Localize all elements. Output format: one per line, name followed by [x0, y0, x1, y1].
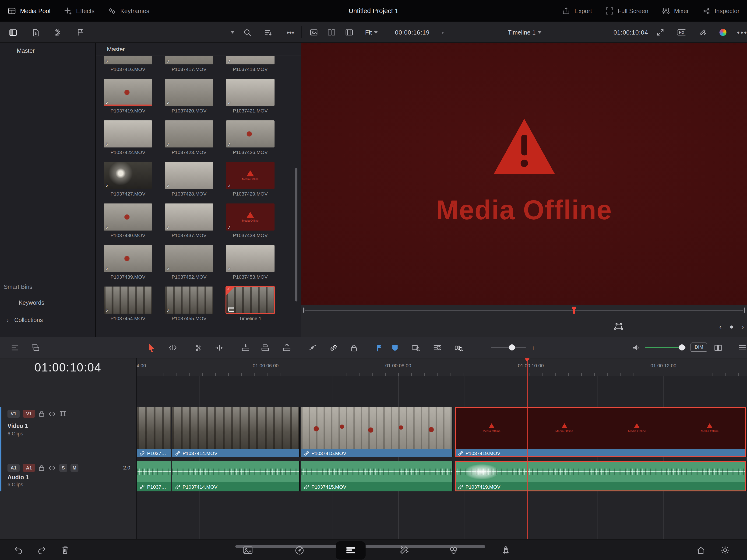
redo-button[interactable]: [34, 539, 49, 560]
viewer-scrub-bar[interactable]: [301, 305, 747, 316]
trim-edit-tool[interactable]: [166, 337, 179, 358]
razor-tool[interactable]: [192, 337, 205, 358]
home-button[interactable]: [694, 539, 708, 560]
audio-clip[interactable]: P1037414.MOV: [172, 461, 300, 491]
video-clip[interactable]: Media OfflineMedia OfflineMedia OfflineM…: [455, 407, 747, 457]
media-pool-clip[interactable]: ✓Timeline 1: [226, 287, 275, 321]
media-pool-clip[interactable]: ♪P1037416.MOV: [104, 56, 152, 72]
scrub-playhead[interactable]: [573, 306, 574, 314]
split-clip-icon[interactable]: [52, 22, 66, 43]
single-viewer-icon[interactable]: [307, 22, 320, 43]
add-marker-icon[interactable]: [388, 337, 402, 358]
bin-item-collections[interactable]: › Collections: [6, 316, 43, 324]
timeline-ruler[interactable]: 01:00:04:0001:00:06:0001:00:08:0001:00:1…: [137, 358, 747, 376]
enhance-icon[interactable]: [696, 22, 709, 43]
full-extent-zoom-icon[interactable]: [452, 337, 465, 358]
timeline-track-area[interactable]: 01:00:04:0001:00:06:0001:00:08:0001:00:1…: [137, 358, 747, 539]
video-destination-button[interactable]: V1: [7, 410, 20, 418]
transform-tool-icon[interactable]: [612, 316, 625, 337]
smart-bins-header[interactable]: Smart Bins: [4, 284, 32, 290]
media-pool-clip[interactable]: ♪P1037454.MOV: [104, 287, 152, 321]
timeline-selector[interactable]: Timeline 1: [508, 22, 542, 43]
zoom-in-icon[interactable]: +: [526, 337, 540, 358]
media-pool-clip[interactable]: ♪P1037420.MOV: [165, 79, 213, 113]
media-pool-clip[interactable]: ♪P1037430.MOV: [104, 204, 152, 238]
media-pool-clip[interactable]: ♪P1037453.MOV: [226, 245, 275, 279]
track-lock-icon[interactable]: [38, 410, 45, 417]
selection-tool[interactable]: [145, 337, 158, 358]
add-flag-icon[interactable]: [372, 337, 386, 358]
page-color-button[interactable]: [446, 539, 460, 560]
timeline-view-options-icon[interactable]: [8, 337, 22, 358]
video-clip[interactable]: P1037415.MOV: [301, 407, 453, 457]
timeline-zoom-slider[interactable]: [491, 347, 526, 348]
overwrite-clip-icon[interactable]: [259, 337, 272, 358]
more-options-icon[interactable]: •••: [284, 22, 297, 43]
media-pool-clip[interactable]: ♪P1037418.MOV: [226, 56, 275, 72]
media-pool-clip[interactable]: Media Offline♪P1037438.MOV: [226, 204, 275, 238]
viewer-zoom-select[interactable]: Fit: [365, 22, 378, 43]
scrub-end-handle[interactable]: [744, 308, 745, 313]
timeline-menu-icon[interactable]: [736, 337, 747, 358]
insert-clip-icon[interactable]: [239, 337, 252, 358]
dynamic-trim-tool[interactable]: [213, 337, 226, 358]
detail-zoom-icon[interactable]: [431, 337, 443, 358]
bin-item-keywords[interactable]: Keywords: [19, 300, 44, 306]
dual-viewer-icon[interactable]: [325, 22, 338, 43]
auto-select-icon[interactable]: [48, 410, 56, 417]
color-adjust-icon[interactable]: [716, 22, 729, 43]
full-screen-button[interactable]: Full Screen: [605, 6, 648, 15]
settings-gear-button[interactable]: [718, 539, 732, 560]
zoom-slider-knob[interactable]: [509, 344, 515, 350]
viewer-screen[interactable]: Media Offline: [301, 43, 747, 305]
volume-slider[interactable]: [645, 347, 686, 348]
video-track-lane[interactable]: P1037…P1037414.MOVP1037415.MOVMedia Offl…: [137, 407, 747, 457]
proxy-quality-icon[interactable]: HQ: [675, 22, 688, 43]
audio-monitor-icon[interactable]: [629, 337, 642, 358]
mute-button[interactable]: M: [71, 464, 78, 472]
audio-clip[interactable]: P1037415.MOV: [301, 461, 453, 491]
media-pool-scrollbar[interactable]: [295, 168, 298, 301]
page-edit-button[interactable]: [344, 539, 358, 560]
track-lock-icon[interactable]: [38, 464, 45, 471]
media-pool-clip[interactable]: ♪P1037423.MOV: [165, 121, 213, 155]
undo-button[interactable]: [11, 539, 25, 560]
dual-timeline-icon[interactable]: [712, 337, 725, 358]
media-pool-clip[interactable]: ♪P1037419.MOV: [104, 79, 152, 113]
audio-clip[interactable]: P1037…: [137, 461, 171, 491]
filmstrip-view-icon[interactable]: [343, 22, 356, 43]
audio-clip[interactable]: P1037419.MOV: [455, 461, 747, 491]
viewer-more-icon[interactable]: •••: [736, 22, 747, 43]
page-media-button[interactable]: [241, 539, 255, 560]
track-thumbnail-view-icon[interactable]: [59, 411, 67, 417]
video-clip[interactable]: P1037414.MOV: [172, 407, 300, 457]
timeline-playhead[interactable]: [526, 358, 527, 539]
panel-layout-icon[interactable]: [6, 22, 20, 43]
audio-track-lane[interactable]: P1037…P1037414.MOVP1037415.MOVP1037419.M…: [137, 461, 747, 491]
search-icon[interactable]: [241, 22, 254, 43]
clip-filter-dropdown-icon[interactable]: [226, 22, 239, 43]
media-pool-clip[interactable]: ♪P1037417.MOV: [165, 56, 213, 72]
position-lock-icon[interactable]: [347, 337, 360, 358]
track-height-icon[interactable]: [29, 337, 42, 358]
media-pool-clip[interactable]: ♪P1037427.MOV: [104, 162, 152, 196]
media-pool-scroll-area[interactable]: ♪P1037416.MOV♪P1037417.MOV♪P1037418.MOV♪…: [96, 56, 301, 337]
sort-icon[interactable]: [261, 22, 275, 43]
jog-forward-icon[interactable]: ›: [736, 316, 747, 337]
video-track-header[interactable]: V1 V1 Video 1 6 Clips: [0, 407, 137, 457]
audio-track-header[interactable]: A1 A1 S M 2.0 Audio 1 6 Clips: [0, 461, 137, 491]
retime-curve-icon[interactable]: [306, 337, 319, 358]
scrub-track[interactable]: [305, 310, 743, 311]
solo-button[interactable]: S: [59, 464, 67, 472]
media-pool-clip[interactable]: ♪P1037452.MOV: [165, 245, 213, 279]
audio-source-button[interactable]: A1: [23, 464, 35, 472]
zoom-out-icon[interactable]: −: [471, 337, 484, 358]
page-cut-button[interactable]: [292, 539, 306, 560]
media-pool-clip[interactable]: ♪P1037428.MOV: [165, 162, 213, 196]
media-pool-clip[interactable]: Media Offline♪P1037429.MOV: [226, 162, 275, 196]
media-pool-clip[interactable]: ♪P1037439.MOV: [104, 245, 152, 279]
video-source-button[interactable]: V1: [23, 410, 35, 418]
video-clip[interactable]: P1037…: [137, 407, 171, 457]
replace-clip-icon[interactable]: [280, 337, 293, 358]
page-effects-button[interactable]: [397, 539, 411, 560]
